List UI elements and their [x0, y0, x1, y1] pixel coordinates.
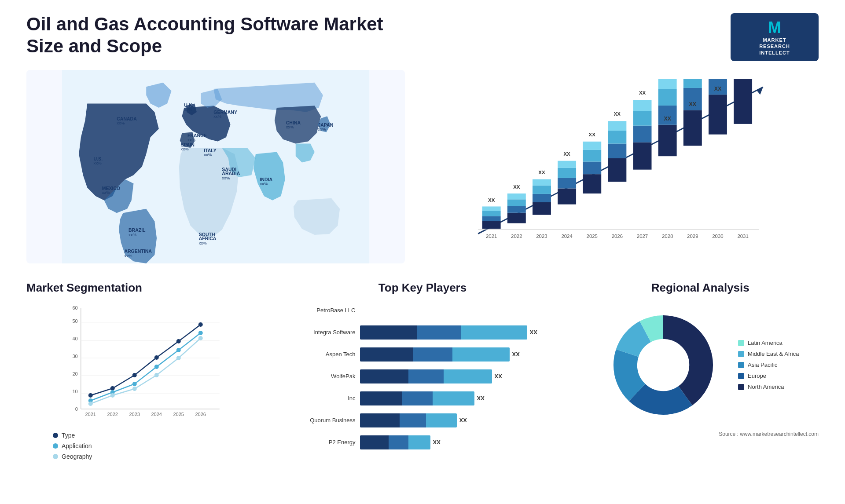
- player-bar-wrap: [360, 303, 560, 318]
- svg-rect-74: [633, 100, 652, 111]
- svg-rect-54: [558, 178, 576, 189]
- svg-point-128: [198, 331, 203, 335]
- svg-text:2025: 2025: [587, 234, 598, 239]
- legend-middle-east: Middle East & Africa: [738, 351, 799, 357]
- svg-point-130: [110, 393, 115, 398]
- color-europe: [738, 373, 744, 379]
- bar-seg1: [360, 391, 402, 405]
- player-name: WolfePak: [285, 373, 356, 380]
- player-name: P2 Energy: [285, 439, 356, 446]
- svg-point-132: [154, 373, 159, 377]
- bar-seg2: [389, 435, 408, 449]
- regional-area: Regional Analysis: [582, 281, 819, 475]
- legend-asia-pacific: Asia Pacific: [738, 362, 799, 368]
- svg-text:XX: XX: [589, 132, 596, 137]
- svg-point-127: [176, 348, 181, 352]
- player-bar: [360, 347, 510, 362]
- player-name: PetroBase LLC: [285, 307, 356, 314]
- player-name: Integra Software: [285, 329, 356, 336]
- logo: M MARKET RESEARCH INTELLECT: [731, 13, 819, 61]
- seg-legend: Type Application Geography: [53, 432, 263, 460]
- svg-text:xx%: xx%: [117, 121, 125, 125]
- svg-text:xx%: xx%: [129, 232, 137, 237]
- svg-text:xx%: xx%: [199, 241, 207, 245]
- legend-application: Application: [53, 442, 263, 449]
- svg-text:xx%: xx%: [204, 152, 212, 157]
- svg-text:xx%: xx%: [187, 137, 196, 142]
- svg-text:2024: 2024: [151, 412, 162, 417]
- svg-point-140: [638, 340, 689, 391]
- svg-rect-89: [734, 79, 752, 124]
- svg-text:20: 20: [73, 371, 78, 376]
- svg-text:xx%: xx%: [102, 190, 110, 195]
- player-bar-wrap: XX: [360, 347, 560, 362]
- header: Oil and Gas Accounting Software Market S…: [26, 13, 819, 61]
- player-bar-wrap: XX: [360, 325, 560, 340]
- bar-seg3: [444, 369, 492, 383]
- svg-rect-55: [558, 168, 576, 178]
- player-row: Aspen Tech XX: [285, 347, 560, 362]
- player-value: XX: [512, 351, 520, 358]
- svg-text:xx%: xx%: [94, 161, 102, 165]
- svg-rect-35: [482, 221, 501, 229]
- svg-text:60: 60: [73, 305, 78, 310]
- map-svg: CANADA xx% U.S. xx% MEXICO xx% BRAZIL xx…: [26, 70, 405, 263]
- svg-text:XX: XX: [664, 116, 671, 122]
- players-title: Top Key Players: [281, 281, 565, 295]
- svg-rect-65: [608, 158, 626, 182]
- player-bar-wrap: XX: [360, 369, 560, 383]
- legend-north-america: North America: [738, 383, 799, 390]
- svg-rect-59: [583, 174, 601, 194]
- donut-area: Latin America Middle East & Africa Asia …: [582, 303, 819, 427]
- svg-rect-49: [533, 186, 551, 194]
- donut-chart-svg: [602, 303, 725, 427]
- source-text: Source : www.marketresearchintellect.com: [582, 431, 819, 437]
- player-bar-wrap: XX: [360, 413, 560, 427]
- svg-text:2031: 2031: [737, 234, 748, 239]
- player-row: Integra Software XX: [285, 325, 560, 340]
- svg-text:2026: 2026: [195, 412, 206, 417]
- svg-rect-48: [533, 194, 551, 202]
- svg-text:2024: 2024: [561, 234, 573, 239]
- svg-text:XX: XX: [714, 86, 722, 92]
- svg-text:XX: XX: [614, 111, 621, 117]
- svg-text:0: 0: [75, 406, 78, 412]
- svg-text:XX: XX: [639, 90, 646, 95]
- svg-text:2027: 2027: [637, 234, 648, 239]
- svg-rect-41: [507, 213, 526, 223]
- player-name: Quorum Business: [285, 417, 356, 424]
- svg-rect-50: [533, 179, 551, 185]
- svg-text:30: 30: [73, 354, 78, 359]
- page-title: Oil and Gas Accounting Software Market S…: [26, 13, 422, 58]
- player-row: Inc XX: [285, 391, 560, 405]
- svg-text:40: 40: [73, 336, 78, 341]
- svg-point-129: [88, 402, 93, 406]
- bottom-section: Market Segmentation 0 10 20 30 40 50 60: [26, 281, 819, 475]
- svg-text:XX: XX: [689, 101, 697, 107]
- svg-rect-44: [507, 194, 526, 199]
- svg-text:2023: 2023: [536, 234, 547, 239]
- svg-rect-73: [633, 111, 652, 125]
- color-north-america: [738, 384, 744, 390]
- legend-type: Type: [53, 432, 263, 439]
- bar-seg1: [360, 435, 389, 449]
- growth-chart-container: XX 2021 XX 2022 XX 2023: [422, 70, 819, 263]
- svg-point-122: [198, 322, 203, 327]
- regional-title: Regional Analysis: [582, 281, 819, 295]
- svg-rect-38: [482, 206, 501, 211]
- svg-rect-71: [633, 142, 652, 170]
- bar-seg3: [452, 347, 510, 362]
- legend-dot-type: [53, 433, 58, 438]
- svg-rect-53: [558, 188, 576, 204]
- player-bar-wrap: XX: [360, 435, 560, 449]
- svg-point-126: [154, 365, 159, 369]
- svg-text:xx%: xx%: [318, 127, 326, 131]
- svg-text:xx%: xx%: [213, 114, 222, 119]
- svg-rect-80: [658, 79, 677, 89]
- svg-rect-43: [507, 199, 526, 206]
- player-row: WolfePak XX: [285, 369, 560, 383]
- svg-text:2025: 2025: [173, 412, 184, 417]
- bar-seg2: [400, 413, 426, 427]
- svg-rect-61: [583, 150, 601, 162]
- player-row: Quorum Business XX: [285, 413, 560, 427]
